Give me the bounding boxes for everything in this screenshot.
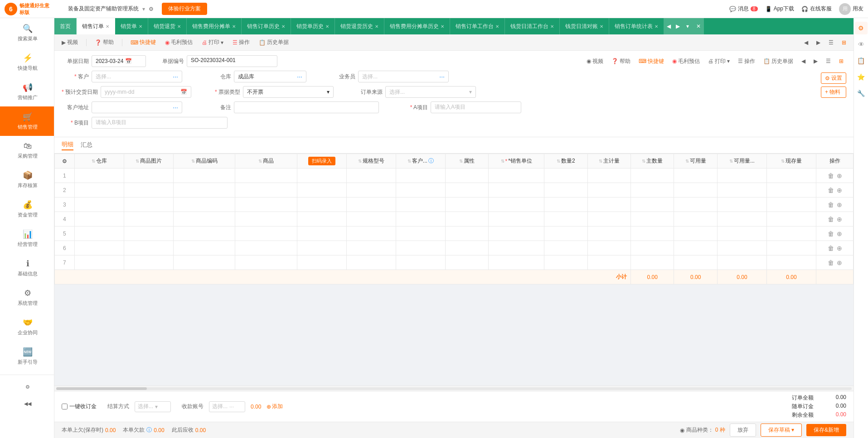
th-scan[interactable]: 扫码录入 <box>297 154 346 168</box>
tab-history-expense[interactable]: 销售费用分摊单历史 ✕ <box>384 18 450 34</box>
tab-return[interactable]: 销货退货 ✕ <box>148 18 187 34</box>
th-main-qty[interactable]: ⇅ 主数量 <box>630 154 674 168</box>
online-service-item[interactable]: 🎧 在线客服 <box>801 5 832 13</box>
tab-history-order[interactable]: 销售订单历史 ✕ <box>242 18 291 34</box>
salesperson-more-btn[interactable]: ··· <box>439 73 445 80</box>
tab-return-close[interactable]: ✕ <box>177 24 181 29</box>
tab-reconcile[interactable]: 钱货日清对账 ✕ <box>560 18 609 34</box>
nav-prev-btn[interactable]: ◀ <box>799 57 808 66</box>
date-input[interactable]: 2023-03-24 📅 <box>92 55 146 67</box>
history-toolbar-btn[interactable]: 📋 历史单据 <box>761 57 796 66</box>
add-collection-btn[interactable]: ⊕ 添加 <box>267 403 283 410</box>
copy-icon-2[interactable]: ⊕ <box>837 187 842 194</box>
sidebar-item-finance[interactable]: 💰 资金管理 <box>0 194 54 224</box>
tab-daily-clear-close[interactable]: ✕ <box>550 24 554 29</box>
toolbar-view-btn[interactable]: ▶ 视频 <box>59 38 81 47</box>
sidebar-item-basic[interactable]: ℹ 基础信息 <box>0 253 54 283</box>
sidebar-item-management[interactable]: 📊 经营管理 <box>0 224 54 253</box>
tab-sales-order[interactable]: 销售订单 ✕ <box>77 18 115 34</box>
copy-icon-3[interactable]: ⊕ <box>837 201 842 208</box>
operate-toolbar-btn[interactable]: ☰ 操作 <box>735 57 758 66</box>
order-no-input[interactable]: SO-20230324-001 <box>187 55 277 67</box>
right-panel-icon-1[interactable]: ⚙ <box>855 22 868 34</box>
scan-entry-btn[interactable]: 扫码录入 <box>308 157 335 165</box>
tab-history-order-close[interactable]: ✕ <box>281 24 285 29</box>
delete-icon-1[interactable]: 🗑 <box>828 172 834 179</box>
th-current-qty[interactable]: ⇅ 现存量 <box>766 154 816 168</box>
tab-home[interactable]: 首页 <box>54 18 77 34</box>
sidebar-item-marketing[interactable]: 📢 营销推广 <box>0 77 54 106</box>
help-toolbar-btn[interactable]: ❓ 帮助 <box>609 57 633 66</box>
project-a-input[interactable]: 请输入A项目 <box>431 101 521 113</box>
toolbar-nav-next[interactable]: ▶ <box>814 39 823 47</box>
save-new-btn[interactable]: 保存&新增 <box>806 424 846 436</box>
th-settings[interactable]: ⚙ <box>55 154 75 168</box>
tab-expense-close[interactable]: ✕ <box>232 24 236 29</box>
list-view-btn[interactable]: ☰ <box>823 57 834 66</box>
toolbar-grid-view[interactable]: ⊞ <box>839 39 849 47</box>
collection-account-select[interactable]: 选择... ··· <box>209 401 245 412</box>
address-input[interactable]: ··· <box>92 101 182 113</box>
th-main-unit[interactable]: ⇅ 主计量 <box>587 154 630 168</box>
delete-icon-5[interactable]: 🗑 <box>828 230 834 237</box>
sidebar-item-inventory[interactable]: 📦 库存核算 <box>0 165 54 194</box>
tab-reconcile-close[interactable]: ✕ <box>600 24 603 29</box>
th-unit[interactable]: ⇅ * *销售单位 <box>489 154 544 168</box>
quick-collect-input[interactable] <box>62 404 68 409</box>
right-panel-icon-4[interactable]: ⭐ <box>855 71 868 83</box>
project-b-input[interactable]: 请输入B项目 <box>92 117 228 129</box>
calendar-icon[interactable]: 📅 <box>125 58 132 64</box>
profit-toolbar-btn[interactable]: ◉ 毛利预估 <box>669 57 703 66</box>
tab-stats[interactable]: 销售订单统计表 ✕ <box>609 18 664 34</box>
app-download-item[interactable]: 📱 App下载 <box>765 5 794 13</box>
delete-icon-7[interactable]: 🗑 <box>828 259 834 266</box>
tab-sales-order-close[interactable]: ✕ <box>106 24 109 29</box>
th-available[interactable]: ⇅ 可用量 <box>674 154 717 168</box>
table-scrollbar[interactable] <box>54 385 853 391</box>
warehouse-input[interactable]: 成品库 ··· <box>234 71 306 82</box>
copy-icon-6[interactable]: ⊕ <box>837 245 842 252</box>
warehouse-more-btn[interactable]: ··· <box>297 73 302 80</box>
tab-stats-close[interactable]: ✕ <box>655 24 658 29</box>
grid-view-btn[interactable]: ⊞ <box>836 57 846 66</box>
toolbar-shortcut-btn[interactable]: ⌨ 快捷键 <box>128 38 159 47</box>
sidebar-item-system[interactable]: ⚙ 系统管理 <box>0 283 54 312</box>
tab-workbench[interactable]: 销售订单工作台 ✕ <box>450 18 505 34</box>
sidebar-item-newbie[interactable]: 🆕 新手引导 <box>0 342 54 371</box>
print-toolbar-btn[interactable]: 🖨 打印 ▾ <box>705 57 732 66</box>
invoice-type-select[interactable]: 不开票 ▾ <box>243 86 334 98</box>
toolbar-print-btn[interactable]: 🖨 打印 ▾ <box>199 38 226 47</box>
delete-icon-6[interactable]: 🗑 <box>828 245 834 252</box>
nav-next-btn[interactable]: ▶ <box>811 57 820 66</box>
payment-select[interactable]: 选择... ▾ <box>135 401 171 412</box>
tab-history-return-close[interactable]: ✕ <box>375 24 378 29</box>
copy-icon-7[interactable]: ⊕ <box>837 259 842 266</box>
th-qty2[interactable]: ⇅ 数量2 <box>544 154 587 168</box>
tab-next-btn[interactable]: ▶ <box>673 18 682 34</box>
order-source-input[interactable]: 选择... ▾ <box>385 86 476 98</box>
delete-icon-3[interactable]: 🗑 <box>828 201 834 208</box>
copy-icon-1[interactable]: ⊕ <box>837 172 842 179</box>
scroll-thumb[interactable] <box>56 387 147 390</box>
toolbar-profit-btn[interactable]: ◉ 毛利预估 <box>162 38 195 47</box>
tab-summary[interactable]: 汇总 <box>81 141 92 150</box>
customer-more-btn[interactable]: ··· <box>173 73 178 80</box>
toolbar-nav-prev[interactable]: ◀ <box>801 39 811 47</box>
remark-input[interactable] <box>234 101 379 113</box>
tab-expense[interactable]: 销售费用分摊单 ✕ <box>187 18 242 34</box>
copy-icon-5[interactable]: ⊕ <box>837 230 842 237</box>
th-spec[interactable]: ⇅ 规格型号 <box>346 154 396 168</box>
salesperson-input[interactable]: 选择... ··· <box>358 71 449 82</box>
save-draft-btn[interactable]: 保存草稿 ▾ <box>761 424 802 437</box>
sidebar-collapse[interactable]: ◀◀ <box>0 395 54 412</box>
sidebar-item-sales[interactable]: 🛒 销售管理 <box>0 106 54 136</box>
sidebar-item-collab[interactable]: 🤝 企业协同 <box>0 312 54 342</box>
right-panel-icon-2[interactable]: 👁 <box>855 38 868 51</box>
tab-prev-btn[interactable]: ◀ <box>664 18 673 34</box>
tab-detail[interactable]: 明细 <box>62 140 73 150</box>
sidebar-item-nav[interactable]: ⚡ 快捷导航 <box>0 48 54 77</box>
tab-history-invoice-close[interactable]: ✕ <box>325 24 329 29</box>
discard-btn[interactable]: 放弃 <box>730 424 756 437</box>
tab-close-all-btn[interactable]: ✕ <box>693 18 704 34</box>
tab-history-expense-close[interactable]: ✕ <box>441 24 444 29</box>
